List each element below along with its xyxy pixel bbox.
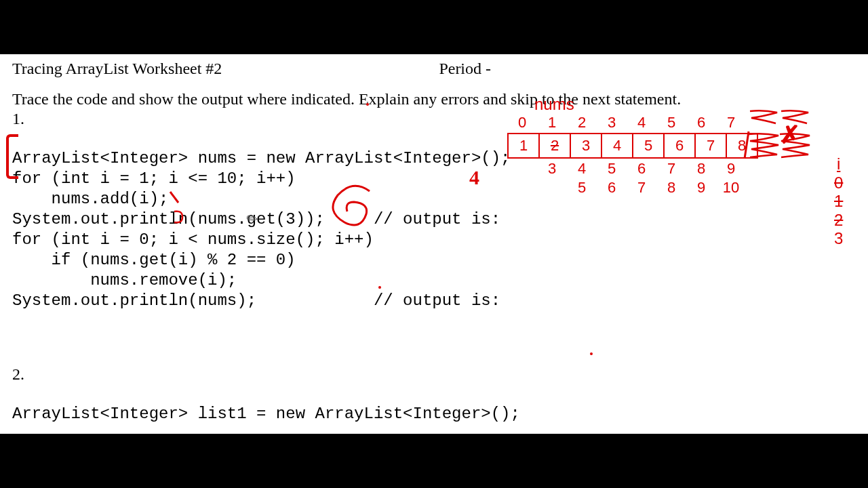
header-row: Tracing ArrayList Worksheet #2 Period -: [12, 60, 856, 78]
cross-out-annotation: ✗: [780, 121, 800, 149]
code-line: for (int i = 1; i <= 10; i++): [12, 445, 296, 464]
nums-label-annotation: nums: [534, 95, 574, 114]
worksheet-page: Tracing ArrayList Worksheet #2 Period - …: [0, 54, 868, 434]
instructions: Trace the code and show the output where…: [12, 90, 856, 108]
question-2-code: ArrayList<Integer> list1 = new ArrayList…: [12, 384, 856, 488]
array-indices-annotation: 0 1 2 3 4 5 6 7: [507, 114, 746, 131]
question-1-code: ArrayList<Integer> nums = new ArrayList<…: [12, 128, 856, 331]
stray-dot: [366, 103, 369, 106]
code-line: nums.remove(i);: [12, 271, 237, 289]
period-label: Period -: [439, 60, 491, 78]
output-1-annotation: 4: [469, 166, 479, 189]
array-trace-table: 1 2 3 4 5 6 7 8: [507, 133, 758, 159]
array-shift-row-2: 5 6 7 8 9 10: [507, 179, 746, 197]
code-line: ArrayList<Integer> nums = new ArrayList<…: [12, 149, 511, 167]
loop-bracket-annotation: [6, 134, 18, 179]
array-shift-row-1: 3 4 5 6 7 8 9: [507, 160, 746, 178]
code-line: ArrayList<Integer> list1 = new ArrayList…: [12, 405, 520, 423]
scribble-idx-8: [747, 108, 780, 127]
code-line: if (nums.get(i) % 2 == 0): [12, 251, 296, 269]
scribble-cell-9: [747, 131, 780, 159]
swirl-annotation: [319, 183, 380, 237]
array-cell-crossed: 2: [539, 134, 570, 158]
code-line: nums.add(i);: [12, 190, 168, 208]
question-2-number: 2.: [12, 365, 856, 384]
worksheet-title: Tracing ArrayList Worksheet #2: [12, 60, 222, 78]
i-variable-trace: i 0 1 2 3: [834, 155, 843, 248]
code-line: System.out.println(nums); // output is:: [12, 291, 500, 310]
stray-dot: [590, 352, 593, 355]
code-line: list1.add(i);: [12, 466, 178, 484]
stray-dot: [378, 286, 381, 289]
question-2: 2. ArrayList<Integer> list1 = new ArrayL…: [12, 365, 856, 488]
code-line: for (int i = 1; i <= 10; i++): [12, 169, 296, 188]
